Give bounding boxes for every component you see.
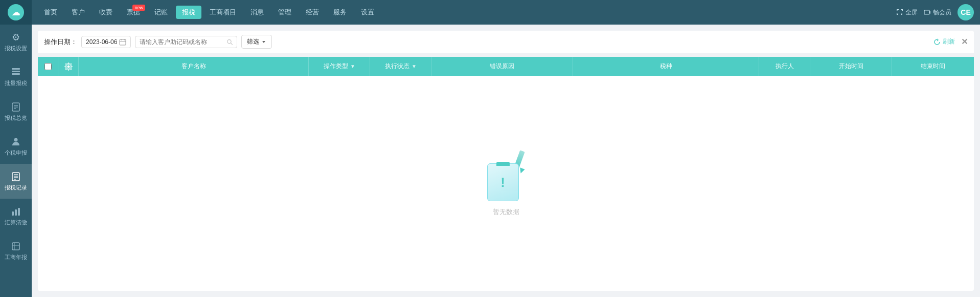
main-content: 首页 客户 收费 票据 new 记账 报税 工商项目 消息 管理 经营 [32, 0, 980, 297]
sidebar-label-personal-tax: 个税申报 [5, 150, 27, 156]
topnav-right: 全屏 畅会员 CE [896, 4, 974, 20]
nav-customer[interactable]: 客户 [65, 6, 91, 19]
svg-point-26 [67, 65, 70, 68]
th-error-reason: 错误原因 [431, 57, 573, 76]
empty-illustration: ! [483, 150, 529, 201]
svg-rect-13 [12, 211, 14, 216]
empty-state: ! 暂无数据 [473, 140, 539, 227]
th-gear[interactable] [58, 57, 79, 76]
filter-button[interactable]: 筛选 [241, 35, 272, 49]
fullscreen-icon [896, 9, 903, 16]
table-body: ! 暂无数据 [38, 76, 974, 291]
nav-message[interactable]: 消息 [244, 6, 270, 19]
tax-summary-icon [10, 101, 21, 113]
svg-line-25 [231, 43, 232, 45]
svg-rect-20 [120, 39, 126, 45]
clipboard-body-icon: ! [487, 163, 519, 201]
nav-invoice[interactable]: 票据 new [121, 6, 146, 19]
exclamation-icon: ! [500, 176, 505, 189]
nav-tax[interactable]: 报税 [176, 6, 201, 19]
svg-point-7 [14, 138, 18, 142]
sidebar: ☁ ⚙ 报税设置 批量报税 报税总览 [0, 0, 32, 297]
date-picker[interactable]: 2023-06-06 [81, 36, 131, 48]
clipboard-clip-icon [496, 162, 510, 166]
th-customer-name: 客户名称 [79, 57, 309, 76]
toolbar-right: 刷新 ✕ [933, 37, 968, 47]
sidebar-item-annual-report[interactable]: 工商年报 [0, 234, 32, 268]
nav-admin[interactable]: 管理 [272, 6, 298, 19]
personal-tax-icon [10, 136, 21, 147]
user-avatar[interactable]: CE [958, 4, 974, 20]
sidebar-item-tax-summary2[interactable]: 汇算清缴 [0, 199, 32, 234]
refresh-button[interactable]: 刷新 [933, 37, 955, 46]
refresh-icon [933, 38, 941, 46]
search-icon [226, 38, 233, 46]
fullscreen-button[interactable]: 全屏 [896, 8, 918, 17]
app-logo-icon: ☁ [8, 4, 24, 20]
filter-toolbar: 操作日期： 2023-06-06 筛选 [38, 31, 974, 53]
nav-accounting[interactable]: 记账 [148, 6, 174, 19]
th-tax-type: 税种 [573, 57, 759, 76]
table-header: 客户名称 操作类型 ▼ 执行状态 ▼ 错误原因 税种 执行人 [38, 57, 974, 76]
sidebar-item-tax-settings[interactable]: ⚙ 报税设置 [0, 25, 32, 59]
sidebar-label-annual-report: 工商年报 [5, 254, 27, 261]
th-exec-status[interactable]: 执行状态 ▼ [370, 57, 431, 76]
nav-billing[interactable]: 收费 [93, 6, 119, 19]
tax-clearance-icon [10, 206, 21, 217]
svg-point-24 [227, 39, 231, 43]
th-end-time: 结束时间 [892, 57, 974, 76]
search-box[interactable] [135, 36, 237, 48]
data-table: 客户名称 操作类型 ▼ 执行状态 ▼ 错误原因 税种 执行人 [38, 57, 974, 291]
close-button[interactable]: ✕ [961, 37, 968, 47]
svg-rect-14 [15, 209, 17, 216]
sidebar-item-tax-records[interactable]: 报税记录 [0, 164, 32, 199]
member-button[interactable]: 畅会员 [924, 8, 951, 17]
sidebar-label-tax-summary: 报税总览 [5, 115, 27, 121]
sort-icon-op-type: ▼ [350, 63, 355, 69]
settings-icon [64, 62, 73, 71]
sidebar-label-tax-settings: 报税设置 [5, 45, 27, 52]
invoice-badge: new [132, 5, 145, 11]
sidebar-label-batch-tax: 批量报税 [5, 80, 27, 87]
empty-text: 暂无数据 [493, 207, 519, 217]
sidebar-item-batch-tax[interactable]: 批量报税 [0, 59, 32, 94]
sidebar-label-tax-clearance: 汇算清缴 [5, 219, 27, 226]
svg-rect-15 [18, 208, 20, 216]
page-content: 操作日期： 2023-06-06 筛选 [32, 25, 980, 297]
pencil-tip-icon [518, 167, 525, 174]
svg-rect-0 [12, 68, 20, 70]
select-all-checkbox[interactable] [44, 63, 52, 70]
video-icon [924, 9, 931, 16]
svg-rect-16 [12, 243, 19, 250]
batch-tax-icon [10, 67, 21, 78]
search-input[interactable] [140, 38, 224, 46]
sort-icon-exec-status: ▼ [412, 63, 417, 69]
sidebar-item-tax-summary[interactable]: 报税总览 [0, 94, 32, 129]
nav-settings[interactable]: 设置 [355, 6, 380, 19]
sidebar-item-personal-tax[interactable]: 个税申报 [0, 129, 32, 164]
date-label: 操作日期： [44, 37, 77, 47]
sidebar-logo[interactable]: ☁ [0, 0, 32, 25]
chevron-down-icon [261, 39, 266, 45]
svg-rect-8 [12, 173, 19, 181]
sidebar-label-tax-records: 报税记录 [5, 184, 27, 191]
nav-business[interactable]: 工商项目 [203, 6, 242, 19]
svg-rect-19 [924, 10, 929, 14]
svg-rect-2 [12, 73, 20, 75]
th-executor: 执行人 [759, 57, 810, 76]
tax-settings-icon: ⚙ [10, 32, 21, 43]
th-checkbox[interactable] [38, 57, 58, 76]
tax-records-icon [10, 171, 21, 182]
nav-service[interactable]: 服务 [327, 6, 353, 19]
nav-home[interactable]: 首页 [38, 6, 63, 19]
annual-report-icon [10, 241, 21, 252]
nav-finance[interactable]: 经营 [300, 6, 325, 19]
th-start-time: 开始时间 [810, 57, 892, 76]
th-op-type[interactable]: 操作类型 ▼ [309, 57, 370, 76]
svg-rect-1 [12, 71, 20, 72]
calendar-icon [119, 38, 126, 46]
top-navigation: 首页 客户 收费 票据 new 记账 报税 工商项目 消息 管理 经营 [32, 0, 980, 25]
